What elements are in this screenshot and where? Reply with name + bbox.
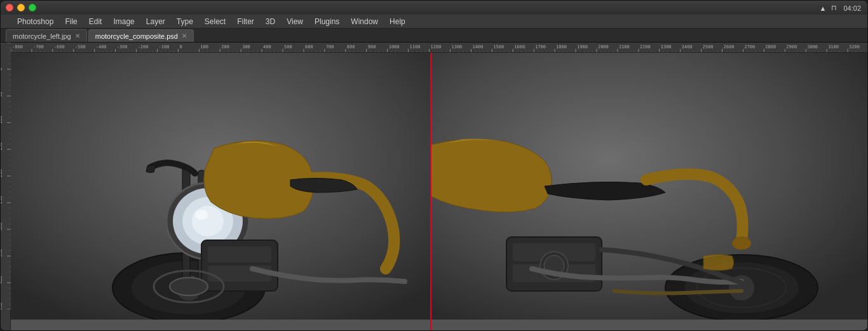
svg-text:-200: -200 <box>138 44 149 50</box>
svg-text:2700: 2700 <box>744 44 755 50</box>
svg-text:100: 100 <box>200 44 208 50</box>
menu-filter[interactable]: Filter <box>232 16 259 27</box>
svg-text:1600: 1600 <box>514 44 525 50</box>
svg-text:-600: -600 <box>54 44 65 50</box>
horizontal-ruler-svg: -800-700-600-500-400-300-200-10001002003… <box>11 43 867 53</box>
battery-icon: ⊓ <box>831 4 837 12</box>
menu-3d[interactable]: 3D <box>261 16 280 27</box>
svg-text:0: 0 <box>1 68 3 71</box>
system-icons: ▲ ⊓ <box>820 4 837 12</box>
svg-text:200: 200 <box>221 44 229 50</box>
svg-text:900: 900 <box>368 44 376 50</box>
svg-point-329 <box>732 237 751 250</box>
svg-text:2400: 2400 <box>682 44 693 50</box>
menu-file[interactable]: File <box>60 16 82 27</box>
tab-0-label: motorcycle_left.jpg <box>13 32 71 40</box>
svg-text:-700: -700 <box>33 44 44 50</box>
svg-text:3100: 3100 <box>828 44 839 50</box>
svg-text:700: 700 <box>326 44 334 50</box>
tab-1-label: motorcycle_composite.psd <box>95 32 178 40</box>
svg-text:-100: -100 <box>158 44 169 50</box>
canvas-left-half <box>11 53 430 330</box>
main-canvas[interactable]: -800-700-600-500-400-300-200-10001002003… <box>11 43 867 330</box>
svg-text:-400: -400 <box>96 44 107 50</box>
svg-text:100: 100 <box>1 116 3 124</box>
svg-text:3000: 3000 <box>807 44 818 50</box>
svg-text:450: 450 <box>1 302 3 309</box>
svg-text:-500: -500 <box>75 44 86 50</box>
menu-help[interactable]: Help <box>384 16 410 27</box>
svg-text:50: 50 <box>1 92 3 97</box>
vertical-ruler-svg: /* ticks rendered below */ -500501001502… <box>1 43 11 309</box>
svg-text:400: 400 <box>1 276 3 284</box>
menu-edit[interactable]: Edit <box>84 16 107 27</box>
menu-layer[interactable]: Layer <box>141 16 170 27</box>
svg-point-327 <box>170 278 208 295</box>
menubar: Photoshop File Edit Image Layer Type Sel… <box>1 15 867 29</box>
vertical-ruler: /* ticks rendered below */ -500501001502… <box>1 43 11 330</box>
minimize-button[interactable] <box>17 4 25 11</box>
svg-text:2600: 2600 <box>724 44 735 50</box>
tab-1-close[interactable]: ✕ <box>182 33 187 39</box>
svg-text:1200: 1200 <box>431 44 442 50</box>
svg-text:300: 300 <box>242 44 250 50</box>
horizontal-ruler: -800-700-600-500-400-300-200-10001002003… <box>11 43 867 53</box>
svg-text:2800: 2800 <box>765 44 776 50</box>
svg-point-322 <box>195 210 208 220</box>
traffic-lights <box>6 4 36 11</box>
bg-left <box>11 53 430 320</box>
svg-text:2000: 2000 <box>598 44 609 50</box>
svg-rect-324 <box>208 247 271 262</box>
menu-image[interactable]: Image <box>108 16 139 27</box>
svg-point-321 <box>192 206 224 236</box>
svg-text:2900: 2900 <box>786 44 797 50</box>
menu-window[interactable]: Window <box>346 16 383 27</box>
svg-text:-300: -300 <box>117 44 128 50</box>
menu-plugins[interactable]: Plugins <box>309 16 344 27</box>
svg-text:200: 200 <box>1 169 3 177</box>
maximize-button[interactable] <box>29 4 36 11</box>
svg-text:500: 500 <box>284 44 292 50</box>
menu-photoshop[interactable]: Photoshop <box>12 16 58 27</box>
svg-text:150: 150 <box>1 142 3 151</box>
menu-select[interactable]: Select <box>200 16 231 27</box>
bg-right <box>430 53 867 320</box>
menu-type[interactable]: Type <box>172 16 198 27</box>
svg-text:1300: 1300 <box>451 44 462 50</box>
svg-text:600: 600 <box>305 44 313 50</box>
svg-text:2100: 2100 <box>619 44 630 50</box>
clock: 04:02 <box>843 4 861 11</box>
svg-text:1100: 1100 <box>410 44 421 50</box>
titlebar-right: ▲ ⊓ 04:02 <box>820 4 861 12</box>
tabbar: motorcycle_left.jpg ✕ motorcycle_composi… <box>1 29 867 43</box>
svg-text:1900: 1900 <box>577 44 588 50</box>
close-button[interactable] <box>6 4 13 11</box>
svg-text:350: 350 <box>1 249 3 257</box>
tab-0[interactable]: motorcycle_left.jpg ✕ <box>6 29 87 42</box>
tab-1[interactable]: motorcycle_composite.psd ✕ <box>88 29 194 42</box>
svg-text:3200: 3200 <box>849 44 860 50</box>
svg-text:1000: 1000 <box>389 44 400 50</box>
svg-text:2500: 2500 <box>703 44 714 50</box>
svg-text:800: 800 <box>347 44 355 50</box>
menu-view[interactable]: View <box>281 16 308 27</box>
canvas-right-half <box>430 53 867 330</box>
app-window: ▲ ⊓ 04:02 Photoshop File Edit Image Laye… <box>0 0 868 331</box>
svg-text:400: 400 <box>263 44 271 50</box>
guide-line[interactable] <box>430 53 431 330</box>
svg-text:1500: 1500 <box>493 44 504 50</box>
canvas[interactable] <box>11 53 867 330</box>
svg-text:0: 0 <box>179 44 182 50</box>
wifi-icon: ▲ <box>820 4 827 11</box>
svg-text:2200: 2200 <box>640 44 651 50</box>
svg-text:1700: 1700 <box>535 44 546 50</box>
svg-text:300: 300 <box>1 222 3 231</box>
svg-text:-50: -50 <box>1 43 3 44</box>
svg-text:1800: 1800 <box>556 44 567 50</box>
titlebar: ▲ ⊓ 04:02 <box>1 1 867 15</box>
svg-text:-800: -800 <box>12 44 23 50</box>
tab-0-close[interactable]: ✕ <box>75 33 80 39</box>
svg-text:1400: 1400 <box>472 44 483 50</box>
svg-text:2300: 2300 <box>661 44 672 50</box>
svg-text:250: 250 <box>1 196 3 204</box>
